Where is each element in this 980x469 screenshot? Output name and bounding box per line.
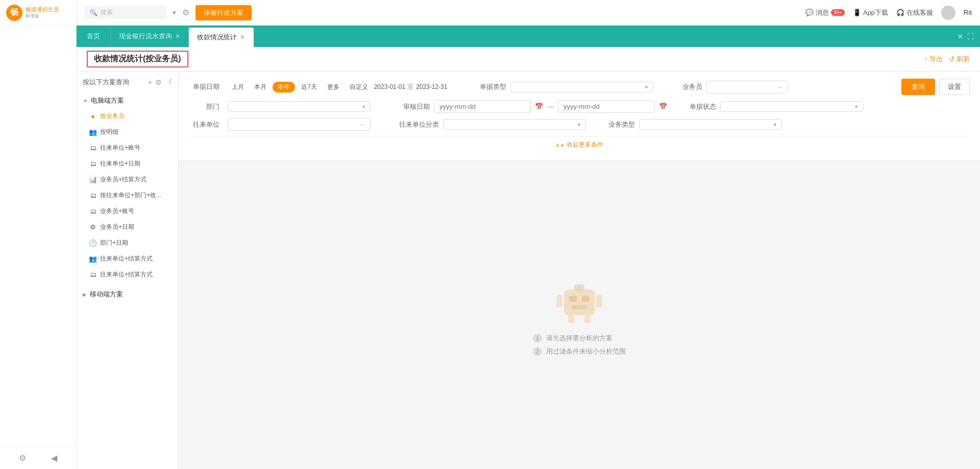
dept-select[interactable]: ▾ [228, 101, 371, 112]
calendar-icon-1[interactable]: 📅 [535, 103, 543, 110]
filter-area: 单据日期 上月 本月 本年 近7天 更多 自定义 2023-01-01 至 20… [179, 72, 980, 161]
search-text: 搜索 [101, 8, 113, 17]
svg-rect-1 [569, 296, 577, 302]
svg-rect-2 [582, 296, 590, 302]
left-panel: 按以下方案查询 + ⚙ 《 ▼ 电脑端方案 ● 按业务员 [77, 72, 179, 469]
collapse-bar[interactable]: ∧∧ 收起更多条件 [189, 136, 970, 153]
tab-home[interactable]: 首页 [77, 26, 111, 47]
tab-bank-flow-label: 现金银行流水查询 [119, 32, 172, 41]
tab-bank-flow-close[interactable]: ✕ [175, 33, 180, 40]
svg-rect-9 [584, 315, 591, 323]
mobile-section-header[interactable]: ▶ 移动端方案 [77, 287, 178, 302]
dept-date-icon: 🕐 [89, 239, 97, 247]
settings-footer-icon[interactable]: ⚙ [19, 453, 26, 463]
collapse-sidebar-icon[interactable]: ◀‌‌ [51, 453, 57, 463]
salesman-label: 业务员 [672, 82, 702, 91]
query-btn[interactable]: 查询 [901, 79, 935, 95]
main-area: 🔍 搜索 ▾ ⚙ 体验行业方案 💬 消息 99+ 📱 App下载 🎧 在线客服 [77, 0, 980, 469]
tree-item-dept-date[interactable]: 🕐 部门+日期 [77, 235, 178, 251]
shortcut-last-7-days[interactable]: 近7天 [297, 82, 321, 92]
tabbar: 首页 现金银行流水查询 ✕ 收款情况统计 ✕ ✕ ⛶ [77, 26, 980, 47]
voucher-status-label: 单据状态 [685, 102, 716, 111]
tree-item-counterpart-settlement2[interactable]: 🗂 往来单位+结算方式 [77, 267, 178, 283]
counterpart-label: 往来单位 [189, 120, 219, 129]
window-expand-icon[interactable]: ⛶ [967, 33, 974, 40]
shortcut-this-year[interactable]: 本年 [273, 82, 295, 92]
message-btn[interactable]: 💬 消息 99+ [805, 8, 845, 17]
tab-receipt-stats[interactable]: 收款情况统计 ✕ [189, 28, 254, 47]
tree-item-counterpart-settlement1[interactable]: 👥 往来单位+结算方式 [77, 251, 178, 267]
hint-num-2: 2 [533, 347, 542, 356]
search-icon: 🔍 [90, 9, 97, 16]
topbar-search[interactable]: 🔍 搜索 [85, 6, 166, 19]
add-scheme-btn[interactable]: + [148, 78, 152, 86]
settings-btn[interactable]: 设置 [939, 79, 970, 95]
shortcut-this-month[interactable]: 本月 [250, 82, 271, 92]
panel-collapse-btn[interactable]: 《 [165, 78, 172, 87]
online-service-btn[interactable]: 🎧 在线客服 [896, 8, 933, 17]
user-avatar[interactable] [941, 6, 955, 20]
refresh-icon: ↺ [949, 55, 954, 63]
app-download-btn[interactable]: 📱 App下载 [853, 8, 888, 17]
tree-item-by-detail[interactable]: 👥 按明细 [77, 124, 178, 140]
voucher-type-select[interactable]: ▾ [510, 82, 653, 92]
audit-date-start-input[interactable] [434, 100, 531, 113]
export-icon: ↑ [924, 55, 928, 63]
voucher-type-arrow: ▾ [645, 84, 648, 90]
app-download-label: App下载 [863, 8, 888, 17]
sidebar-nav [0, 26, 76, 447]
tree-item-counterpart-date[interactable]: 🗂 往来单位+日期 [77, 156, 178, 172]
shortcut-custom[interactable]: 自定义 [346, 82, 372, 92]
logo-text: 畅捷通好生意 [26, 6, 59, 13]
counterpart-date-label: 往来单位+日期 [100, 159, 140, 168]
tree-item-counterpart-account[interactable]: 🗂 往来单位+账号 [77, 140, 178, 156]
tree-item-salesman-account[interactable]: 🗂 业务员+账号 [77, 203, 178, 219]
hint-text-2: 用过滤条件来缩小分析范围 [546, 347, 626, 356]
date-label: 单据日期 [189, 82, 219, 91]
counterpart-select[interactable]: ··· [228, 118, 371, 131]
cp-settlement2-icon: 🗂 [89, 271, 97, 278]
counterpart-category-label: 往来单位分类 [399, 120, 439, 129]
svg-rect-8 [568, 315, 574, 323]
shortcut-last-month[interactable]: 上月 [228, 82, 248, 92]
counterpart-account-label: 往来单位+账号 [100, 144, 140, 152]
robot-illustration [549, 274, 610, 325]
empty-illustration: 1 请先选择要分析的方案 2 用过滤条件来缩小分析范围 [533, 274, 626, 356]
calendar-icon-2[interactable]: 📅 [659, 103, 667, 110]
topbar-settings-icon[interactable]: ⚙ [182, 8, 189, 17]
desktop-section-header[interactable]: ▼ 电脑端方案 [77, 93, 178, 108]
export-btn[interactable]: ↑ 导出 [924, 55, 943, 64]
voucher-status-arrow: ▾ [855, 104, 857, 109]
message-label: 消息 [816, 8, 829, 17]
annotation-overlay [179, 161, 255, 314]
salesman-select[interactable]: ··· [706, 81, 788, 93]
voucher-status-select[interactable]: ▾ [720, 101, 863, 112]
refresh-btn[interactable]: ↺ 刷新 [949, 55, 970, 64]
collapse-icon: ∧∧ [555, 142, 565, 149]
tree-item-salesman-settlement[interactable]: 📊 业务员+结算方式 [77, 172, 178, 187]
desktop-section-label: 电脑端方案 [91, 96, 124, 105]
tree-item-by-salesman[interactable]: ● 按业务员 [77, 108, 178, 124]
tree-item-counterpart-dept[interactable]: 🗂 按往来单位+部门+收... [77, 187, 178, 203]
scheme-settings-btn[interactable]: ⚙ [155, 78, 162, 86]
salesman-date-label: 业务员+日期 [100, 223, 134, 231]
audit-date-end-input[interactable] [558, 100, 655, 113]
username-label: Rit [964, 9, 972, 16]
collapse-label: 收起更多条件 [567, 140, 603, 149]
dept-date-label: 部门+日期 [100, 239, 128, 247]
hint-item-2: 2 用过滤条件来缩小分析范围 [533, 347, 626, 356]
topbar-chevron-icon[interactable]: ▾ [173, 9, 176, 16]
tab-bank-flow[interactable]: 现金银行流水查询 ✕ [111, 26, 189, 47]
shortcut-more[interactable]: 更多 [323, 82, 344, 92]
tree-item-salesman-date[interactable]: ⚙ 业务员+日期 [77, 219, 178, 235]
business-type-label: 业务类型 [604, 120, 635, 129]
trial-btn[interactable]: 体验行业方案 [195, 5, 252, 20]
counterpart-dept-icon: 🗂 [89, 192, 97, 199]
salesman-settlement-label: 业务员+结算方式 [100, 175, 146, 184]
counterpart-category-select[interactable]: ▾ [443, 119, 586, 130]
business-type-select[interactable]: ▾ [639, 119, 782, 130]
tab-receipt-stats-close[interactable]: ✕ [240, 34, 245, 41]
empty-hints: 1 请先选择要分析的方案 2 用过滤条件来缩小分析范围 [533, 334, 626, 356]
window-close-icon[interactable]: ✕ [958, 33, 963, 40]
counterpart-more-icon[interactable]: ··· [359, 121, 365, 128]
